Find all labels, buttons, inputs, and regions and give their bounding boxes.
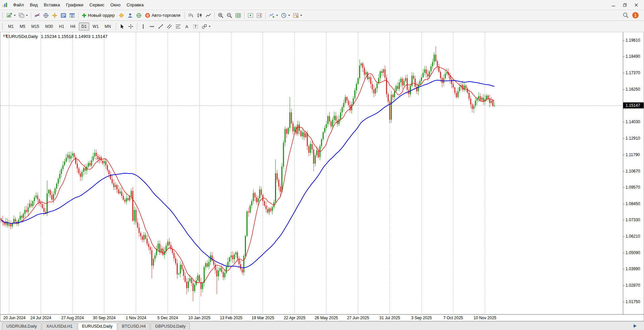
line-chart-icon [205,12,211,18]
timeframe-button-h1[interactable]: H1 [56,22,67,31]
window-controls [608,1,642,9]
chevron-down-icon [14,15,16,16]
chart-plot[interactable]: EURUSDd,Daily 1.15234 1.15518 1.14903 1.… [0,32,623,314]
app-logo-icon [2,2,8,8]
menu-item[interactable]: Графики [63,1,87,9]
line-chart-button[interactable] [204,11,213,20]
tab-scroll-right-icon[interactable] [634,324,637,328]
chart-tab[interactable]: GBPUSDd,Daily [151,323,190,330]
trendline-button[interactable] [156,22,165,31]
timeframe-button-m5[interactable]: M5 [17,22,28,31]
metaeditor-button[interactable] [117,11,126,20]
templates-button[interactable] [291,11,304,20]
menu-item[interactable]: Файл [10,1,27,9]
profiles-button[interactable] [17,11,29,20]
auto-scroll-button[interactable] [246,11,255,20]
menu-item[interactable]: Окно [107,1,123,9]
chart-tabs: USDRUBd,DailyXAUUSDd,H1EURUSDd,DailyBTCU… [2,323,191,330]
equidistant-channel-icon [166,23,172,30]
toolbar-grip[interactable] [2,12,3,19]
templates-icon [293,12,299,18]
profiles-icon [18,12,24,18]
trendline-icon [158,23,164,30]
timeframe-button-mn[interactable]: MN [102,22,114,31]
candlestick-chart-button[interactable] [195,11,204,20]
new-order-button[interactable]: Новый ордер [80,11,117,20]
timeframe-button-m1[interactable]: M1 [5,22,16,31]
autotrading-robot-icon [145,12,151,18]
grid-table-button[interactable] [234,11,243,20]
timeframe-button-m30[interactable]: M30 [43,22,56,31]
vertical-line-button[interactable] [139,22,148,31]
grid-table-icon [235,12,241,18]
chart-main: EURUSDd,Daily 1.15234 1.15518 1.14903 1.… [0,32,644,314]
date-axis-label: 27 Aug 2024 [61,316,84,320]
crosshair-button[interactable] [126,22,135,31]
cursor-button[interactable] [118,22,126,31]
menu-item[interactable]: Справка [123,1,147,9]
fibonacci-button[interactable] [174,22,182,31]
zoom-out-button[interactable] [225,11,234,20]
chart-tab[interactable]: XAUUSDd,H1 [42,323,77,330]
notifications-badge[interactable]: 1 [632,12,639,18]
minimize-button[interactable] [608,1,619,9]
vertical-line-icon [140,23,146,30]
date-axis-label: 5 Dec 2024 [157,316,178,320]
date-axis[interactable]: 20 Jun 202424 Jul 202427 Aug 202430 Sep … [0,314,644,321]
navigator-button[interactable] [50,11,59,20]
chart-ohlc-header: EURUSDd,Daily 1.15234 1.15518 1.14903 1.… [3,34,107,39]
date-axis-label: 20 Jun 2024 [3,316,25,320]
price-axis-label: 1.18490 [626,54,640,59]
menu-item[interactable]: Вставка [41,1,63,9]
search-icon[interactable] [623,12,629,18]
data-window-button[interactable] [42,11,50,20]
svg-text:A: A [185,24,188,29]
timeframe-button-h4[interactable]: H4 [67,22,78,31]
svg-text:T: T [194,24,197,28]
horizontal-line-button[interactable] [148,22,156,31]
date-axis-label: 26 May 2025 [315,316,338,320]
price-axis-label: 1.08450 [626,201,640,206]
community-button[interactable] [126,11,135,20]
timeframe-button-w1[interactable]: W1 [90,22,101,31]
chart-shift-button[interactable] [255,11,264,20]
person-icon [127,12,133,18]
menu-item[interactable]: Вид [27,1,41,9]
chart-tab[interactable]: BTCUSD,H4 [118,323,150,330]
date-axis-label: 10 Nov 2025 [474,316,496,320]
candlestick-chart[interactable] [0,32,623,314]
strategy-tester-icon [69,12,75,18]
timeframe-button-d1[interactable]: D1 [79,22,89,31]
date-axis-label: 24 Jul 2024 [31,316,51,320]
chart-tab[interactable]: USDRUBd,Daily [2,323,41,330]
chart-window: EURUSDd,Daily 1.15234 1.15518 1.14903 1.… [0,32,644,321]
text-button[interactable]: A [182,22,191,31]
date-axis-label: 7 Oct 2025 [443,316,463,320]
toolbar-separator [78,12,78,19]
strategy-tester-button[interactable] [68,11,76,20]
market-watch-button[interactable] [33,11,42,20]
menu-item[interactable]: Сервис [87,1,108,9]
timeframes-clock-button[interactable] [279,11,291,20]
close-button[interactable] [631,1,642,9]
price-axis-label: 1.14030 [626,120,640,124]
zoom-in-button[interactable] [216,11,225,20]
new-order-icon [82,13,87,18]
price-axis[interactable]: 1.15147 1.196101.184901.173701.162501.14… [623,32,644,314]
equidistant-channel-button[interactable] [165,22,174,31]
autotrading-button[interactable]: Авто-торговля [143,11,183,20]
timeframe-buttons: M1M5M15M30H1H4D1W1MN [5,22,114,31]
website-button[interactable] [135,11,143,20]
timeframe-button-m15[interactable]: M15 [29,22,42,31]
bar-chart-button[interactable] [186,11,195,20]
text-label-button[interactable]: T [191,22,200,31]
new-chart-button[interactable] [5,11,17,20]
indicators-button[interactable] [267,11,279,20]
chart-tab[interactable]: EURUSDd,Daily [78,323,117,330]
date-axis-label: 10 Jan 2025 [188,316,210,320]
autotrading-label: Авто-торговля [152,13,181,18]
restore-button[interactable] [619,1,631,9]
objects-dropdown-button[interactable] [200,22,212,31]
toolbox-button[interactable] [59,11,68,20]
toolbar-grip[interactable] [2,23,3,30]
